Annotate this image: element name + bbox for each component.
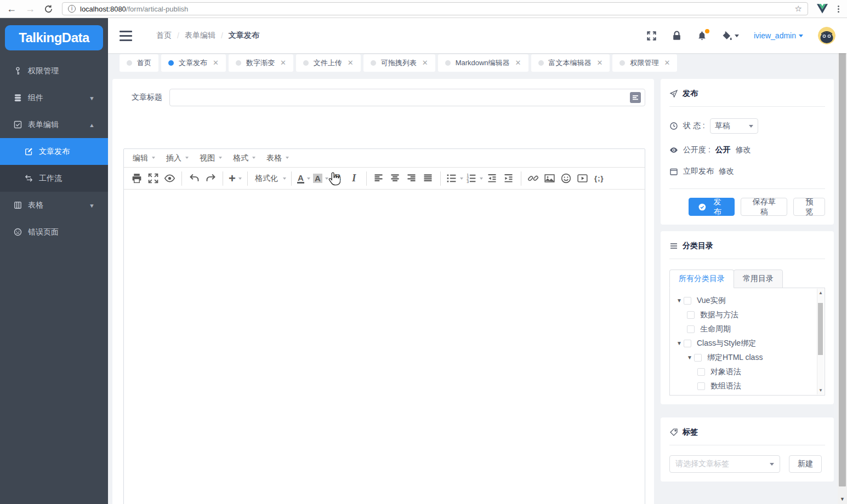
category-tab-1[interactable]: 常用目录 [734, 270, 783, 288]
tree-checkbox[interactable] [697, 382, 705, 390]
indent-button[interactable] [501, 170, 517, 187]
hilite-color-button[interactable]: A [312, 170, 329, 187]
fullscreen-icon[interactable] [646, 31, 657, 41]
sidebar-item-form-edit[interactable]: 表单编辑▲ [0, 111, 108, 138]
info-icon[interactable]: i [68, 5, 76, 13]
forward-icon[interactable]: → [25, 4, 35, 14]
status-select[interactable]: 草稿 [710, 118, 758, 134]
preview-button[interactable] [161, 170, 178, 187]
sidebar-item-permission-management[interactable]: 权限管理 [0, 58, 108, 84]
tree-checkbox[interactable] [684, 297, 691, 305]
tree-scrollbar[interactable]: ▲ ▼ [817, 289, 824, 394]
close-icon[interactable]: ✕ [422, 59, 428, 67]
sidebar-item-components[interactable]: 组件▼ [0, 84, 108, 111]
tree-node-label[interactable]: 绑定HTML class [707, 353, 763, 363]
tree-node-label[interactable]: 数组语法 [710, 381, 741, 391]
tree-checkbox[interactable] [684, 340, 691, 347]
browser-menu-icon[interactable] [837, 4, 840, 14]
formats-dropdown[interactable]: 格式化 [252, 170, 287, 187]
page-scrollbar[interactable]: ▲ ▼ [838, 18, 847, 504]
editor-content-area[interactable] [124, 190, 645, 504]
page-scroll-thumb[interactable] [839, 27, 846, 486]
tree-node-label[interactable]: 数据与方法 [700, 310, 738, 320]
close-icon[interactable]: ✕ [348, 59, 354, 67]
back-icon[interactable]: ← [7, 4, 16, 14]
link-button[interactable] [525, 170, 542, 187]
editor-menu-表格[interactable]: 表格 [261, 150, 294, 167]
close-icon[interactable]: ✕ [213, 59, 219, 67]
tree-expand-icon[interactable]: ▼ [677, 341, 684, 346]
redo-button[interactable] [202, 170, 219, 187]
emoticon-button[interactable] [558, 170, 575, 187]
tree-checkbox[interactable] [697, 368, 705, 376]
bell-icon[interactable] [697, 31, 707, 41]
align-left-button[interactable] [371, 170, 387, 187]
sidebar-item-tables[interactable]: 表格▼ [0, 192, 108, 219]
schedule-modify-link[interactable]: 修改 [719, 167, 734, 176]
tree-node-label[interactable]: Vue实例 [697, 296, 725, 306]
sidebar-item-workflow[interactable]: 工作流 [0, 165, 108, 192]
publish-button[interactable]: 发布 [689, 198, 735, 216]
user-menu[interactable]: iview_admin [754, 31, 803, 40]
article-title-input[interactable] [169, 89, 645, 106]
vue-devtools-icon[interactable] [817, 4, 828, 14]
insert-plus-button[interactable]: + [227, 170, 243, 187]
media-button[interactable] [575, 170, 591, 187]
image-button[interactable] [542, 170, 558, 187]
tab-rich-text-editor[interactable]: 富文本编辑器✕ [531, 54, 610, 72]
close-icon[interactable]: ✕ [597, 59, 603, 67]
theme-switch[interactable] [722, 31, 739, 41]
bold-button[interactable]: B [329, 170, 346, 187]
editor-menu-视图[interactable]: 视图 [194, 150, 228, 167]
tree-checkbox[interactable] [694, 354, 702, 362]
editor-menu-格式[interactable]: 格式 [228, 150, 261, 167]
tree-expand-icon[interactable]: ▼ [687, 355, 694, 360]
breadcrumb-item[interactable]: 表单编辑 [185, 31, 215, 41]
sidebar-item-error-pages[interactable]: 错误页面 [0, 219, 108, 245]
preview-button[interactable]: 预览 [793, 198, 825, 216]
align-center-button[interactable] [387, 170, 403, 187]
word-count-icon[interactable] [630, 92, 641, 103]
italic-button[interactable]: I [346, 170, 362, 187]
tree-scroll-thumb[interactable] [818, 303, 823, 355]
scroll-down-icon[interactable]: ▼ [838, 496, 847, 502]
tab-count-to[interactable]: 数字渐变✕ [229, 54, 293, 72]
scroll-down-icon[interactable]: ▼ [817, 388, 824, 393]
fullscreen-button[interactable] [145, 170, 161, 187]
tree-node-label[interactable]: 生命周期 [700, 324, 731, 334]
editor-menu-编辑[interactable]: 编辑 [127, 150, 161, 167]
close-icon[interactable]: ✕ [280, 59, 286, 67]
tree-node-label[interactable]: Class与Style绑定 [697, 339, 756, 348]
lock-icon[interactable] [672, 31, 682, 41]
editor-menu-插入[interactable]: 插入 [161, 150, 194, 167]
menu-collapse-icon[interactable] [120, 31, 132, 41]
outdent-button[interactable] [484, 170, 501, 187]
tree-expand-icon[interactable]: ▼ [677, 298, 684, 303]
text-color-button[interactable]: A [295, 170, 312, 187]
tab-drag-list[interactable]: 可拖拽列表✕ [363, 54, 435, 72]
reload-icon[interactable] [44, 4, 53, 14]
align-justify-button[interactable] [420, 170, 436, 187]
tab-home[interactable]: 首页 [120, 54, 158, 72]
category-tab-0[interactable]: 所有分类目录 [669, 270, 734, 288]
tree-node-label[interactable]: 对象语法 [710, 367, 741, 377]
print-button[interactable] [128, 170, 145, 187]
scroll-up-icon[interactable]: ▲ [817, 290, 824, 295]
save-draft-button[interactable]: 保存草稿 [741, 198, 787, 216]
star-icon[interactable]: ☆ [795, 4, 802, 14]
tree-checkbox[interactable] [687, 311, 695, 319]
undo-button[interactable] [186, 170, 202, 187]
tab-file-upload[interactable]: 文件上传✕ [296, 54, 361, 72]
tab-article-publish[interactable]: 文章发布✕ [161, 54, 226, 72]
close-icon[interactable]: ✕ [664, 59, 670, 67]
tab-permission-management[interactable]: 权限管理✕ [612, 54, 677, 72]
tag-select[interactable]: 请选择文章标签 [669, 455, 780, 473]
tab-markdown-editor[interactable]: Markdown编辑器✕ [438, 54, 528, 72]
tree-checkbox[interactable] [687, 325, 695, 333]
code-sample-button[interactable]: {;} [591, 170, 607, 187]
close-icon[interactable]: ✕ [515, 59, 521, 67]
align-right-button[interactable] [403, 170, 420, 187]
app-logo[interactable]: TalkingData [5, 25, 103, 50]
new-tag-button[interactable]: 新建 [789, 455, 822, 473]
avatar[interactable] [818, 27, 835, 44]
